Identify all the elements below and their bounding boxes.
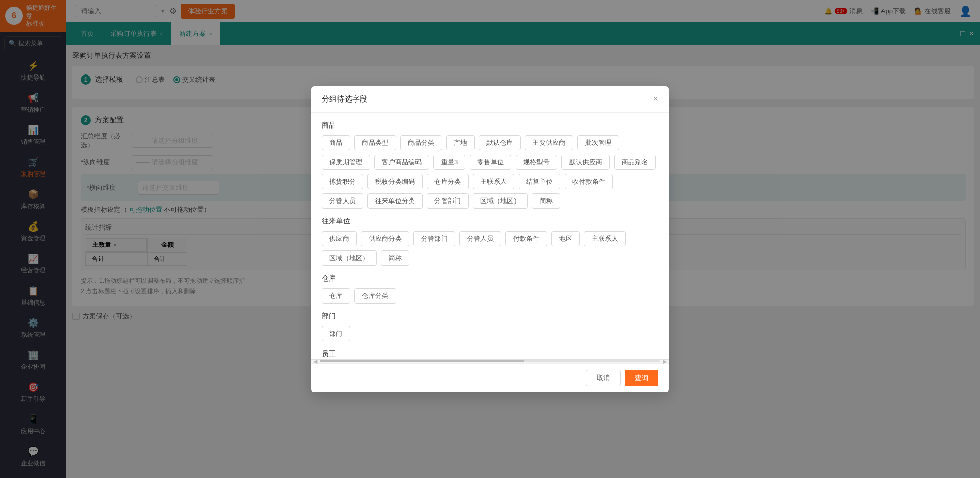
field-tag-partner-7[interactable]: 区域（地区）	[322, 250, 377, 266]
section-department-tags: 部门	[322, 326, 658, 341]
section-warehouse: 仓库 仓库 仓库分类	[322, 274, 658, 304]
field-tag-product-9[interactable]: 重量3	[433, 155, 465, 170]
field-tag-partner-6[interactable]: 主联系人	[584, 231, 626, 246]
field-tag-partner-3[interactable]: 分管人员	[459, 231, 501, 246]
field-select-modal: 分组待选字段 × 商品 商品 商品类型 商品分类 产地 默认仓库 主要供应商 批…	[311, 86, 669, 392]
cancel-button[interactable]: 取消	[586, 370, 621, 386]
field-tag-product-18[interactable]: 结算单位	[519, 174, 560, 189]
modal-horizontal-scrollbar[interactable]: ◀ ▶	[311, 359, 669, 363]
field-tag-product-23[interactable]: 区域（地区）	[473, 193, 528, 209]
section-department-title: 部门	[322, 312, 658, 321]
section-product: 商品 商品 商品类型 商品分类 产地 默认仓库 主要供应商 批次管理 保质期管理…	[322, 121, 658, 209]
field-tag-partner-1[interactable]: 供应商分类	[361, 231, 409, 246]
field-tag-product-15[interactable]: 税收分类编码	[368, 174, 423, 189]
field-tag-product-12[interactable]: 默认供应商	[561, 155, 610, 170]
section-employee-title: 员工	[322, 349, 658, 359]
field-tag-product-24[interactable]: 简称	[532, 193, 560, 209]
section-product-tags: 商品 商品类型 商品分类 产地 默认仓库 主要供应商 批次管理 保质期管理 客户…	[322, 135, 658, 209]
modal-header: 分组待选字段 ×	[311, 86, 669, 113]
field-tag-product-20[interactable]: 分管人员	[322, 193, 363, 209]
modal-title: 分组待选字段	[322, 94, 368, 104]
field-tag-product-1[interactable]: 商品类型	[354, 135, 396, 150]
field-tag-partner-2[interactable]: 分管部门	[413, 231, 455, 246]
field-tag-warehouse-1[interactable]: 仓库分类	[354, 288, 396, 304]
field-tag-product-8[interactable]: 客户商品编码	[374, 155, 429, 170]
field-tag-product-16[interactable]: 仓库分类	[427, 174, 469, 189]
field-tag-product-10[interactable]: 零售单位	[470, 155, 511, 170]
hscroll-right-arrow[interactable]: ▶	[660, 358, 667, 365]
field-tag-product-3[interactable]: 产地	[446, 135, 475, 150]
hscroll-track	[320, 360, 660, 362]
field-tag-product-14[interactable]: 拣货积分	[322, 174, 363, 189]
field-tag-product-5[interactable]: 主要供应商	[525, 135, 573, 150]
field-tag-product-2[interactable]: 商品分类	[400, 135, 442, 150]
section-product-title: 商品	[322, 121, 658, 130]
section-warehouse-tags: 仓库 仓库分类	[322, 288, 658, 304]
field-tag-partner-4[interactable]: 付款条件	[505, 231, 547, 246]
field-tag-product-13[interactable]: 商品别名	[614, 155, 656, 170]
field-tag-warehouse-0[interactable]: 仓库	[322, 288, 350, 304]
section-partner: 往来单位 供应商 供应商分类 分管部门 分管人员 付款条件 地区 主联系人 区域…	[322, 217, 658, 266]
field-tag-product-19[interactable]: 收付款条件	[565, 174, 613, 189]
section-warehouse-title: 仓库	[322, 274, 658, 283]
field-tag-product-17[interactable]: 主联系人	[473, 174, 514, 189]
field-tag-product-21[interactable]: 往来单位分类	[368, 193, 423, 209]
field-tag-product-7[interactable]: 保质期管理	[322, 155, 370, 170]
field-tag-product-11[interactable]: 规格型号	[516, 155, 557, 170]
field-tag-product-0[interactable]: 商品	[322, 135, 350, 150]
section-department: 部门 部门	[322, 312, 658, 341]
field-tag-department-0[interactable]: 部门	[322, 326, 350, 341]
field-tag-product-22[interactable]: 分管部门	[427, 193, 469, 209]
field-tag-partner-0[interactable]: 供应商	[322, 231, 357, 246]
field-tag-product-4[interactable]: 默认仓库	[479, 135, 521, 150]
modal-footer: 取消 查询	[311, 363, 669, 392]
hscroll-left-arrow[interactable]: ◀	[313, 358, 320, 365]
field-tag-partner-5[interactable]: 地区	[551, 231, 580, 246]
section-partner-title: 往来单位	[322, 217, 658, 226]
hscroll-thumb[interactable]	[320, 360, 524, 362]
modal-body[interactable]: 商品 商品 商品类型 商品分类 产地 默认仓库 主要供应商 批次管理 保质期管理…	[311, 113, 669, 359]
modal-close-button[interactable]: ×	[653, 94, 658, 104]
section-employee: 员工 业务员	[322, 349, 658, 359]
confirm-button[interactable]: 查询	[625, 370, 658, 386]
field-tag-partner-8[interactable]: 简称	[381, 250, 409, 266]
section-partner-tags: 供应商 供应商分类 分管部门 分管人员 付款条件 地区 主联系人 区域（地区） …	[322, 231, 658, 266]
field-tag-product-6[interactable]: 批次管理	[577, 135, 619, 150]
